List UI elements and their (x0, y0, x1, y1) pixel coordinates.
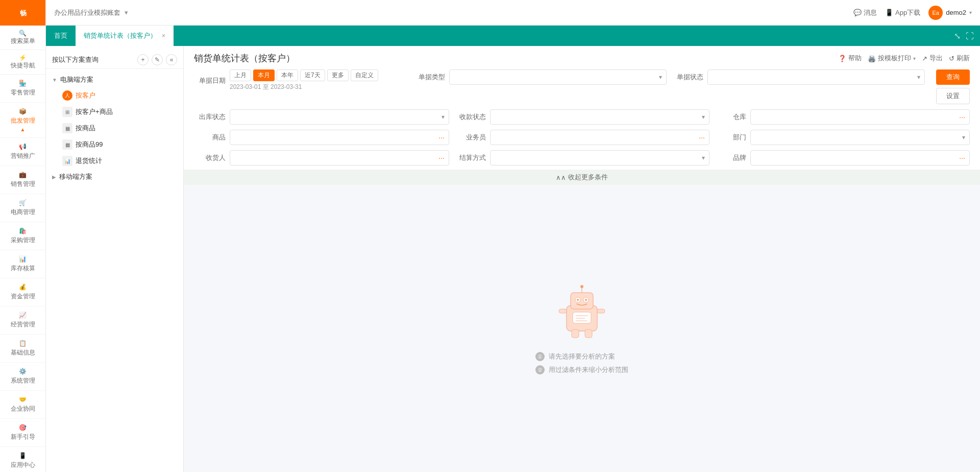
sidebar-item-wholesale[interactable]: 📦 批发管理 ▲ (0, 103, 45, 138)
shortcut-nav[interactable]: ⚡ 快捷导航 (0, 50, 45, 75)
collect-status-select[interactable]: ▾ (490, 109, 709, 125)
sidebar-menu: 🏪 零售管理 📦 批发管理 ▲ 📢 营销推广 💼 销售管理 🛒 电商管理 🛍️ … (0, 75, 45, 472)
svg-point-6 (577, 299, 579, 301)
brand-select[interactable]: ··· (750, 150, 970, 166)
settings-button[interactable]: 设置 (936, 88, 970, 104)
left-panel-actions: + ✎ « (137, 54, 177, 65)
tab-active[interactable]: 销货单统计表（按客户） × (76, 26, 174, 46)
filter-out-status: 出库状态 ▾ (194, 109, 449, 125)
sidebar-item-basics[interactable]: 📋 基础信息 (0, 335, 45, 363)
curr-year-btn[interactable]: 本年 (277, 69, 298, 81)
collapse-more-button[interactable]: ∧∧ 收起更多条件 (184, 170, 980, 185)
tab-close-button[interactable]: × (162, 32, 165, 39)
date-label: 单据日期 (194, 76, 230, 85)
scheme-by-goods99[interactable]: ▦ 按商品99 (46, 136, 183, 153)
left-panel-title: 按以下方案查询 (52, 55, 134, 64)
warehouse-select[interactable]: ··· (750, 109, 970, 125)
print-dropdown-icon: ▾ (913, 56, 916, 61)
dropdown-icon[interactable]: ▾ (125, 9, 128, 16)
export-label: 导出 (929, 54, 943, 63)
triangle-down-icon: ▼ (52, 77, 57, 83)
curr-month-btn[interactable]: 本月 (253, 69, 275, 81)
app-download-button[interactable]: 📱 App下载 (885, 8, 920, 17)
receiver-dots[interactable]: ··· (438, 154, 445, 162)
help-button[interactable]: ❓ 帮助 (838, 54, 862, 63)
empty-tip-1: ① 请先选择要分析的方案 (535, 352, 628, 361)
customer-goods-icon: ⊞ (62, 107, 72, 117)
refresh-icon: ↺ (949, 55, 954, 62)
date-controls: 上月 本月 本年 近7天 更多 自定义 2023-03-01 至 2023-03… (230, 69, 378, 91)
svg-rect-14 (573, 312, 591, 323)
receiver-select[interactable]: ··· (230, 150, 449, 166)
sidebar-item-stock[interactable]: 📊 库存核算 (0, 250, 45, 278)
desktop-section-header[interactable]: ▼ 电脑端方案 (46, 72, 183, 87)
doc-type-label: 单据类型 (413, 73, 449, 82)
custom-date-btn[interactable]: 自定义 (351, 69, 378, 81)
tab-expand-button[interactable]: ⤡ ⛶ (948, 31, 980, 41)
sidebar-item-appcenter[interactable]: 📱 应用中心 (0, 447, 45, 472)
page-actions: ❓ 帮助 🖨️ 按模板打印 ▾ ↗ 导出 ↺ (838, 54, 970, 63)
sidebar-item-purchase-label: 采购管理 (11, 236, 35, 245)
collapse-label: 收起更多条件 (568, 173, 608, 182)
filter-row-1: 单据日期 上月 本月 本年 近7天 更多 自定义 20 (194, 69, 970, 104)
salesman-select[interactable]: ··· (490, 130, 709, 145)
filter-goods: 商品 ··· (194, 130, 449, 145)
search-icon: 🔍 (3, 30, 42, 37)
dept-label: 部门 (715, 133, 750, 142)
dept-select[interactable]: ▾ (750, 130, 970, 145)
edit-scheme-button[interactable]: ✎ (152, 54, 163, 65)
print-button[interactable]: 🖨️ 按模板打印 ▾ (868, 54, 916, 63)
brand-dots[interactable]: ··· (959, 154, 965, 162)
salesman-dots[interactable]: ··· (699, 133, 705, 141)
search-menu[interactable]: 🔍 搜索菜单 (0, 26, 45, 50)
doc-type-select[interactable]: ▾ (449, 69, 667, 85)
sidebar-item-sales[interactable]: 💼 销售管理 (0, 166, 45, 194)
goods-dots[interactable]: ··· (438, 133, 445, 141)
scheme-by-goods[interactable]: ▦ 按商品 (46, 120, 183, 136)
scheme-return-stat-label: 退货统计 (76, 156, 177, 166)
messages-label: 消息 (864, 8, 877, 17)
prev-month-btn[interactable]: 上月 (230, 69, 251, 81)
mobile-section-header[interactable]: ▶ 移动端方案 (46, 169, 183, 184)
collapse-panel-button[interactable]: « (166, 54, 177, 65)
sidebar-item-ecommerce[interactable]: 🛒 电商管理 (0, 194, 45, 222)
filter-row-4: 收货人 ··· 结算方式 ▾ (194, 150, 970, 166)
add-scheme-button[interactable]: + (137, 54, 149, 65)
scheme-return-stat[interactable]: 📊 退货统计 (46, 153, 183, 169)
basics-icon: 📋 (19, 340, 27, 347)
sidebar-item-operations-label: 经营管理 (11, 320, 35, 329)
out-status-select[interactable]: ▾ (230, 109, 449, 125)
more-date-btn[interactable]: 更多 (327, 69, 349, 81)
sidebar-item-finance[interactable]: 💰 资金管理 (0, 278, 45, 306)
return-stat-icon: 📊 (62, 156, 72, 166)
last7-btn[interactable]: 近7天 (300, 69, 325, 81)
query-button[interactable]: 查询 (936, 69, 970, 85)
svg-rect-11 (597, 309, 605, 313)
content-area: 按以下方案查询 + ✎ « ▼ 电脑端方案 (46, 46, 980, 472)
refresh-button[interactable]: ↺ 刷新 (949, 54, 970, 63)
export-button[interactable]: ↗ 导出 (922, 54, 943, 63)
sidebar-item-operations[interactable]: 📈 经营管理 (0, 306, 45, 335)
empty-illustration (551, 282, 612, 344)
settle-select[interactable]: ▾ (490, 150, 709, 166)
scheme-by-customer-goods[interactable]: ⊞ 按客户+商品 (46, 104, 183, 120)
settle-dropdown-icon: ▾ (702, 154, 705, 161)
tab-home-label: 首页 (54, 31, 67, 40)
user-profile[interactable]: Ea demo2 ▾ (928, 6, 972, 20)
scheme-by-customer[interactable]: 人 按客户 (46, 87, 183, 104)
goods-select[interactable]: ··· (230, 130, 449, 145)
app-name: 办公用品行业模拟账套 (54, 8, 120, 17)
sidebar-item-retail[interactable]: 🏪 零售管理 (0, 75, 45, 103)
warehouse-dots[interactable]: ··· (959, 113, 965, 121)
sidebar-item-purchase[interactable]: 🛍️ 采购管理 (0, 222, 45, 250)
sidebar-item-newbie[interactable]: 🎯 新手引导 (0, 419, 45, 447)
messages-button[interactable]: 💬 消息 (853, 8, 877, 17)
sidebar-item-system[interactable]: ⚙️ 系统管理 (0, 363, 45, 391)
refresh-label: 刷新 (957, 54, 970, 63)
doc-status-select[interactable]: ▾ (707, 69, 925, 85)
tab-bar: 首页 销货单统计表（按客户） × ⤡ ⛶ (46, 26, 980, 46)
sidebar-item-coop[interactable]: 🤝 企业协同 (0, 391, 45, 419)
tab-home[interactable]: 首页 (46, 26, 76, 46)
tip-text-2: 用过滤条件来缩小分析范围 (549, 365, 628, 374)
sidebar-item-marketing[interactable]: 📢 营销推广 (0, 138, 45, 166)
